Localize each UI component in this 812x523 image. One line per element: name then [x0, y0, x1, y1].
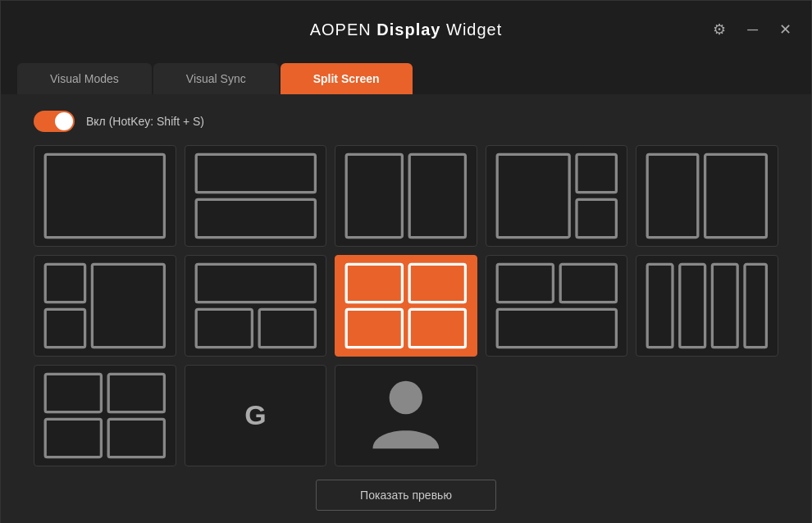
layout-g-icon[interactable]: G — [185, 365, 327, 466]
svg-rect-7 — [577, 199, 616, 237]
svg-rect-20 — [497, 264, 553, 302]
layout-grid: G — [34, 145, 778, 466]
svg-rect-17 — [409, 264, 465, 302]
svg-rect-29 — [45, 419, 101, 457]
layout-quad[interactable] — [335, 255, 477, 357]
window-controls: ⚙ ─ ✕ — [709, 19, 795, 40]
tab-bar: Visual Modes Visual Sync Split Screen — [1, 58, 811, 94]
svg-rect-21 — [560, 264, 616, 302]
layout-top-two-bottom[interactable] — [185, 255, 327, 357]
show-preview-button[interactable]: Показать превью — [316, 480, 496, 511]
close-button[interactable]: ✕ — [776, 19, 795, 40]
tab-visual-sync[interactable]: Visual Sync — [153, 63, 279, 94]
toggle-label: Вкл (HotKey: Shift + S) — [86, 115, 204, 128]
svg-rect-28 — [108, 374, 164, 412]
svg-rect-16 — [346, 264, 402, 302]
svg-rect-8 — [648, 154, 699, 237]
app-window: AOPEN Display Widget ⚙ ─ ✕ Visual Modes … — [0, 0, 812, 523]
svg-rect-18 — [346, 309, 402, 347]
settings-button[interactable]: ⚙ — [709, 19, 729, 40]
svg-rect-0 — [45, 154, 164, 237]
svg-rect-19 — [409, 309, 465, 347]
layout-two-top-bottom[interactable] — [486, 255, 628, 357]
layout-person-icon[interactable] — [335, 365, 477, 466]
svg-rect-25 — [713, 264, 738, 347]
svg-rect-22 — [497, 309, 616, 347]
svg-rect-27 — [45, 374, 101, 412]
svg-rect-6 — [577, 154, 616, 192]
layout-single[interactable] — [34, 145, 176, 247]
svg-rect-5 — [497, 154, 569, 237]
main-content: Вкл (HotKey: Shift + S) — [1, 94, 811, 523]
svg-rect-30 — [108, 419, 164, 457]
svg-rect-23 — [648, 264, 673, 347]
svg-rect-1 — [196, 154, 315, 192]
svg-rect-12 — [92, 264, 164, 347]
layout-two-horizontal[interactable] — [185, 145, 327, 247]
svg-rect-26 — [745, 264, 766, 347]
tab-visual-modes[interactable]: Visual Modes — [17, 63, 152, 94]
svg-rect-10 — [45, 264, 84, 302]
layout-main-two-right[interactable] — [486, 145, 628, 247]
layout-two-vertical[interactable] — [335, 145, 477, 247]
layout-two-narrow[interactable] — [636, 145, 778, 247]
title-bar: AOPEN Display Widget ⚙ ─ ✕ — [1, 1, 811, 58]
toggle-row: Вкл (HotKey: Shift + S) — [34, 111, 778, 132]
enable-toggle[interactable] — [34, 111, 75, 132]
svg-rect-14 — [196, 309, 252, 347]
svg-rect-4 — [409, 154, 465, 237]
layout-four-grid[interactable] — [34, 365, 176, 466]
layout-two-left-main[interactable] — [34, 255, 176, 357]
svg-point-31 — [390, 381, 422, 414]
svg-rect-3 — [346, 154, 402, 237]
svg-rect-2 — [196, 199, 315, 237]
app-title: AOPEN Display Widget — [310, 20, 503, 39]
svg-rect-24 — [680, 264, 705, 347]
minimize-button[interactable]: ─ — [744, 19, 761, 40]
svg-rect-11 — [45, 309, 84, 347]
layout-four-narrow[interactable] — [636, 255, 778, 357]
svg-rect-15 — [259, 309, 315, 347]
tab-split-screen[interactable]: Split Screen — [281, 63, 413, 94]
svg-rect-13 — [196, 264, 315, 302]
svg-rect-9 — [705, 154, 767, 237]
